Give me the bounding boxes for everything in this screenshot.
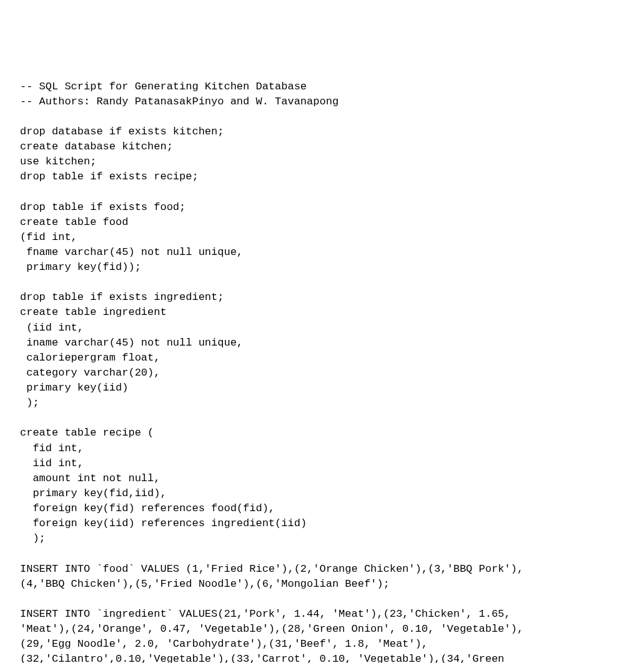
sql-statement: primary key(iid) xyxy=(20,382,128,394)
sql-insert-statement: INSERT INTO `food` VALUES (1,'Fried Rice… xyxy=(20,563,523,575)
sql-statement: primary key(fid,iid), xyxy=(20,487,167,499)
sql-script-block: -- SQL Script for Generating Kitchen Dat… xyxy=(20,79,624,664)
sql-statement: fname varchar(45) not null unique, xyxy=(20,246,243,258)
sql-insert-statement: 'Meat'),(24,'Orange', 0.47, 'Vegetable')… xyxy=(20,623,523,635)
sql-statement: create database kitchen; xyxy=(20,141,173,152)
sql-statement: foreign key(iid) references ingredient(i… xyxy=(20,517,307,529)
sql-statement: create table ingredient xyxy=(20,306,167,318)
sql-statement: drop table if exists recipe; xyxy=(20,171,199,182)
sql-statement: create table recipe ( xyxy=(20,427,154,439)
sql-statement: fid int, xyxy=(20,442,84,454)
sql-statement: iname varchar(45) not null unique, xyxy=(20,337,243,349)
sql-statement: drop database if exists kitchen; xyxy=(20,126,224,137)
comment-line: -- SQL Script for Generating Kitchen Dat… xyxy=(20,81,307,92)
sql-statement: (fid int, xyxy=(20,231,77,243)
sql-statement: ); xyxy=(20,397,39,409)
sql-statement: category varchar(20), xyxy=(20,367,160,379)
sql-statement: drop table if exists food; xyxy=(20,201,186,213)
sql-statement: drop table if exists ingredient; xyxy=(20,291,224,303)
sql-statement: foreign key(fid) references food(fid), xyxy=(20,502,275,514)
sql-statement: primary key(fid)); xyxy=(20,261,141,273)
sql-statement: use kitchen; xyxy=(20,156,96,167)
sql-insert-statement: (29,'Egg Noodle', 2.0, 'Carbohydrate'),(… xyxy=(20,638,428,650)
sql-insert-statement: INSERT INTO `ingredient` VALUES(21,'Pork… xyxy=(20,608,511,620)
sql-statement: amount int not null, xyxy=(20,472,160,484)
sql-statement: create table food xyxy=(20,216,128,228)
sql-insert-statement: (32,'Cilantro',0.10,'Vegetable'),(33,'Ca… xyxy=(20,653,504,663)
sql-statement: (iid int, xyxy=(20,322,84,334)
sql-statement: iid int, xyxy=(20,457,84,469)
sql-statement: caloriepergram float, xyxy=(20,352,160,364)
sql-statement: ); xyxy=(20,532,46,544)
sql-insert-statement: (4,'BBQ Chicken'),(5,'Fried Noodle'),(6,… xyxy=(20,578,390,590)
comment-line: -- Authors: Randy PatanasakPinyo and W. … xyxy=(20,96,339,107)
